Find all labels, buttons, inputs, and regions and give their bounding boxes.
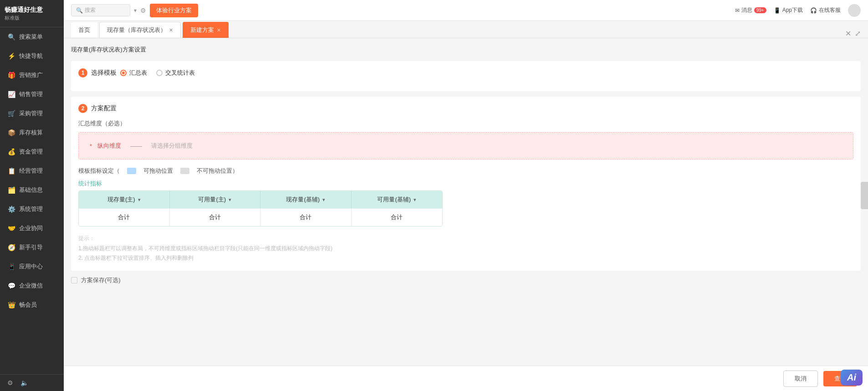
- marketing-icon: 🎁: [7, 71, 15, 79]
- sidebar-item-purchase[interactable]: 🛒 采购管理: [0, 104, 64, 123]
- tip-item-2: 2. 点击标题栏下拉可设置排序、插入列和删除列: [78, 253, 853, 263]
- messages-button[interactable]: ✉ 消息 99+: [735, 6, 766, 14]
- tab-inventory-status[interactable]: 现存量（库存状况表） ✕: [99, 22, 181, 38]
- window-controls: ✕ ⤢: [845, 29, 861, 38]
- online-service-label: 在线客服: [819, 6, 841, 14]
- sidebar-footer: ⚙ 🔈: [0, 374, 64, 391]
- app-center-icon: 📱: [7, 262, 15, 271]
- app-name: 畅赚通好生意: [5, 5, 59, 15]
- right-scroll-indicator[interactable]: [861, 182, 868, 209]
- sidebar-item-quick-nav[interactable]: ⚡ 快捷导航: [0, 46, 64, 66]
- sidebar-item-system[interactable]: ⚙️ 系统管理: [0, 200, 64, 219]
- step1-badge: 1: [78, 68, 87, 77]
- step1-header: 1 选择模板 汇总表 交叉统计表: [78, 68, 853, 77]
- messages-badge: 99+: [754, 7, 766, 13]
- ai-badge[interactable]: Ai: [841, 370, 863, 386]
- template-radio-group: 汇总表 交叉统计表: [120, 69, 853, 77]
- tab-home[interactable]: 首页: [71, 22, 97, 38]
- draggable-label: 可拖动位置: [143, 167, 173, 175]
- radio-summary[interactable]: 汇总表: [120, 69, 147, 77]
- sidebar-item-operations[interactable]: 📋 经营管理: [0, 161, 64, 180]
- radio-cross[interactable]: 交叉统计表: [156, 69, 195, 77]
- sidebar-item-label: 基础信息: [19, 186, 43, 194]
- search-box[interactable]: 🔍 搜索: [71, 4, 130, 16]
- phone-icon: 📱: [774, 7, 781, 14]
- chevron-down-icon[interactable]: ▾: [134, 7, 137, 14]
- step1-title: 选择模板: [91, 69, 117, 77]
- avatar[interactable]: [848, 4, 861, 17]
- col-available-aux-label: 可用量(基辅): [377, 196, 411, 204]
- online-service-button[interactable]: 🎧 在线客服: [810, 6, 841, 14]
- sidebar-item-newbie[interactable]: 🧭 新手引导: [0, 238, 64, 257]
- dim-arrow: ——: [130, 143, 142, 149]
- tips: 提示： 1.拖动标题栏可以调整布局，不可跨维度或指标区域拖动栏目字段(只能在同一…: [78, 234, 853, 263]
- inventory-icon: 📦: [7, 129, 15, 137]
- message-icon: ✉: [735, 7, 740, 14]
- dim-placeholder: 请选择分组维度: [151, 142, 193, 150]
- sidebar-item-app-center[interactable]: 📱 应用中心: [0, 257, 64, 276]
- main-area: 🔍 搜索 ▾ ⚙ 体验行业方案 ✉ 消息 99+ 📱 App下载 🎧 在线客服: [64, 0, 868, 391]
- save-option-row: 方案保存(可选): [71, 276, 861, 284]
- tip-item-1: 1.拖动标题栏可以调整布局，不可跨维度或指标区域拖动栏目字段(只能在同一维度或指…: [78, 244, 853, 254]
- sidebar-item-inventory[interactable]: 📦 库存核算: [0, 123, 64, 142]
- step2-section: 2 方案配置 汇总维度（必选） * 纵向维度 —— 请选择分组维度 模板指标设定…: [71, 97, 861, 271]
- newbie-icon: 🧭: [7, 243, 15, 252]
- operations-icon: 📋: [7, 167, 15, 175]
- sidebar-item-label: 应用中心: [19, 262, 43, 271]
- save-checkbox[interactable]: [71, 277, 77, 283]
- sidebar: 畅赚通好生意 标准版 🔍 搜索菜单 ⚡ 快捷导航 🎁 营销推广 📈 销售管理 🛒…: [0, 0, 64, 391]
- col-header-available-aux[interactable]: 可用量(基辅) ▾: [352, 191, 443, 208]
- sidebar-item-finance[interactable]: 💰 资金管理: [0, 142, 64, 161]
- sidebar-item-enterprise[interactable]: 🤝 企业协同: [0, 219, 64, 238]
- col-available-aux-dropdown-icon[interactable]: ▾: [414, 197, 416, 203]
- quick-nav-icon: ⚡: [7, 52, 15, 60]
- col-available-main-dropdown-icon[interactable]: ▾: [229, 197, 231, 203]
- required-star: *: [90, 143, 92, 149]
- dim-label: 汇总维度（必选）: [78, 119, 853, 128]
- settings-icon[interactable]: ⚙: [7, 379, 13, 386]
- step2-header: 2 方案配置: [78, 104, 853, 113]
- close-window-icon[interactable]: ✕: [845, 29, 851, 38]
- app-version: 标准版: [5, 15, 59, 21]
- gear-icon[interactable]: ⚙: [140, 7, 146, 14]
- draggable-indicator-box: [127, 168, 136, 174]
- stats-label: 统计指标: [78, 180, 853, 188]
- app-download-button[interactable]: 📱 App下载: [774, 6, 803, 14]
- sidebar-item-label: 快捷导航: [19, 52, 43, 60]
- col-header-present-main[interactable]: 现存量(主) ▾: [79, 191, 170, 208]
- sidebar-item-search-menu[interactable]: 🔍 搜索菜单: [0, 27, 64, 46]
- sidebar-nav: 🔍 搜索菜单 ⚡ 快捷导航 🎁 营销推广 📈 销售管理 🛒 采购管理 📦 库存核…: [0, 27, 64, 374]
- col-available-main-label: 可用量(主): [198, 196, 226, 204]
- col-present-main-dropdown-icon[interactable]: ▾: [138, 197, 141, 203]
- tab-new-plan[interactable]: 新建方案 ✕: [183, 22, 229, 38]
- page-title: 现存量(库存状况表)方案设置: [71, 46, 861, 54]
- trial-button[interactable]: 体验行业方案: [150, 4, 198, 17]
- stats-table-row: 合计 合计 合计 合计: [79, 208, 442, 226]
- sidebar-item-marketing[interactable]: 🎁 营销推广: [0, 66, 64, 85]
- search-placeholder: 搜索: [85, 6, 96, 14]
- sidebar-item-label: 系统管理: [19, 205, 43, 213]
- sidebar-item-member[interactable]: 👑 畅会员: [0, 295, 64, 314]
- save-label: 方案保存(可选): [81, 276, 121, 284]
- tab-new-plan-close[interactable]: ✕: [217, 27, 221, 33]
- col-header-available-main[interactable]: 可用量(主) ▾: [170, 191, 261, 208]
- footer: 取消 查询: [64, 365, 868, 391]
- col-header-present-aux[interactable]: 现存量(基辅) ▾: [260, 191, 352, 208]
- radio-summary-label: 汇总表: [129, 69, 147, 77]
- sidebar-item-label: 资金管理: [19, 148, 43, 156]
- cancel-button[interactable]: 取消: [783, 370, 818, 387]
- expand-window-icon[interactable]: ⤢: [855, 29, 861, 38]
- dim-area[interactable]: * 纵向维度 —— 请选择分组维度: [78, 132, 853, 159]
- messages-label: 消息: [741, 6, 752, 14]
- sidebar-item-wechat[interactable]: 💬 企业微信: [0, 276, 64, 295]
- indicator-label-prefix: 模板指标设定（: [78, 167, 120, 175]
- headset-icon: 🎧: [810, 7, 817, 14]
- topbar-left: 🔍 搜索 ▾ ⚙ 体验行业方案: [71, 4, 730, 17]
- radio-cross-circle: [156, 70, 163, 76]
- sidebar-item-sales[interactable]: 📈 销售管理: [0, 85, 64, 104]
- col-present-aux-dropdown-icon[interactable]: ▾: [322, 197, 325, 203]
- enterprise-icon: 🤝: [7, 224, 15, 232]
- sound-icon[interactable]: 🔈: [20, 379, 28, 386]
- tab-inventory-status-close[interactable]: ✕: [169, 27, 173, 33]
- sidebar-item-basic-info[interactable]: 🗂️ 基础信息: [0, 180, 64, 200]
